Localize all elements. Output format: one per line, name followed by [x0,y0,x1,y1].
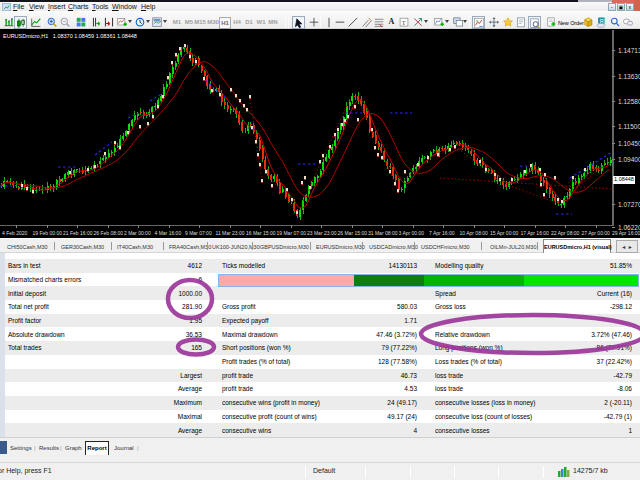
svg-text:T: T [401,19,405,26]
svg-text:R: R [600,18,604,24]
